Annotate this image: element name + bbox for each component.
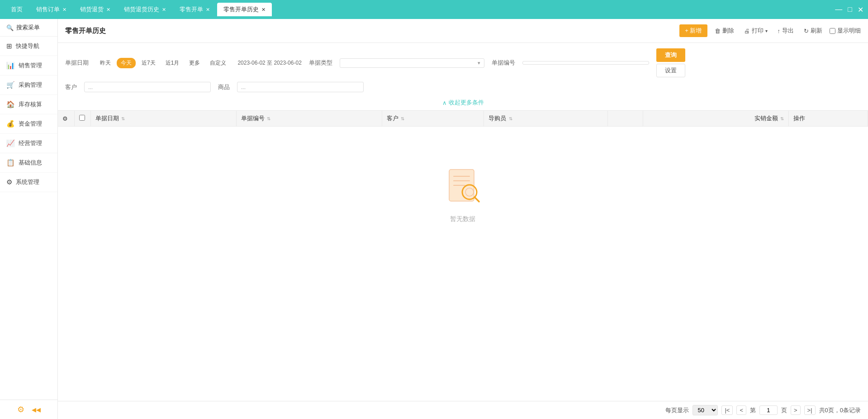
new-button[interactable]: + 新增 <box>679 24 707 37</box>
th-date[interactable]: 单据日期 ⇅ <box>90 111 236 127</box>
prev-page-btn[interactable]: < <box>736 405 746 415</box>
th-action: 操作 <box>789 111 868 127</box>
print-button[interactable]: 🖨 打印 ▾ <box>741 25 770 36</box>
th-customer[interactable]: 客户 ⇅ <box>382 111 484 127</box>
date-btn-more[interactable]: 更多 <box>185 58 204 68</box>
show-detail-toggle[interactable]: 显示明细 <box>830 27 861 35</box>
delete-icon: 🗑 <box>715 28 721 34</box>
inventory-icon: 🏠 <box>6 100 15 108</box>
last-page-btn[interactable]: >| <box>804 405 816 415</box>
sidebar-item-sales-mgmt-label: 销售管理 <box>19 61 42 70</box>
date-btn-yesterday[interactable]: 昨天 <box>96 58 115 68</box>
th-amount[interactable]: 实销金额 ⇅ <box>643 111 789 127</box>
sidebar-item-sales-mgmt[interactable]: 📊 销售管理 <box>0 56 57 75</box>
doc-type-arrow-icon: ▾ <box>478 60 480 66</box>
tab-retail-open-history-close[interactable]: ✕ <box>261 7 266 13</box>
tab-sales-return[interactable]: 销货退货 ✕ <box>74 3 117 16</box>
th-action-label: 操作 <box>793 115 805 122</box>
sidebar-item-operations[interactable]: 📈 经营管理 <box>0 134 57 153</box>
refresh-button[interactable]: ↻ 刷新 <box>801 25 825 36</box>
th-amount-label: 实销金额 <box>754 115 778 122</box>
delete-button[interactable]: 🗑 删除 <box>712 25 737 36</box>
tab-sales-order[interactable]: 销售订单 ✕ <box>30 3 73 16</box>
doc-no-input[interactable] <box>522 61 649 65</box>
th-settings[interactable]: ⚙ <box>58 111 74 127</box>
th-guide[interactable]: 导购员 ⇅ <box>484 111 608 127</box>
sidebar-item-base-info[interactable]: 📋 基础信息 <box>0 153 57 173</box>
delete-label: 删除 <box>722 27 734 35</box>
first-page-btn[interactable]: |< <box>721 405 733 415</box>
sidebar: 🔍 搜索采单 ⊞ 快捷导航 📊 销售管理 🛒 采购管理 🏠 库存核算 💰 <box>0 19 58 419</box>
bottom-collapse-icon[interactable]: ◀◀ <box>32 406 41 413</box>
date-btn-today[interactable]: 今天 <box>117 58 136 68</box>
th-guide-label: 导购员 <box>489 115 506 122</box>
th-checkbox[interactable] <box>74 111 90 127</box>
print-arrow-icon: ▾ <box>765 28 768 33</box>
export-button[interactable]: ↑ 导出 <box>775 25 797 36</box>
sidebar-item-finance[interactable]: 💰 资金管理 <box>0 114 57 134</box>
tab-sales-order-label: 销售订单 <box>36 5 60 14</box>
customer-label: 客户 <box>65 83 77 91</box>
doc-type-select[interactable]: ▾ <box>340 58 484 68</box>
th-customer-label: 客户 <box>387 115 398 122</box>
table-header-row: ⚙ 单据日期 ⇅ 单据编号 ⇅ <box>58 111 868 127</box>
customer-input[interactable]: ... <box>84 82 211 92</box>
sidebar-item-inventory[interactable]: 🏠 库存核算 <box>0 95 57 114</box>
filter-setting-button[interactable]: 设置 <box>656 64 685 77</box>
guide-sort-icon: ⇅ <box>509 116 512 121</box>
close-btn[interactable]: ✕ <box>858 5 863 14</box>
svg-line-6 <box>474 197 479 202</box>
date-sort-icon: ⇅ <box>121 116 125 121</box>
sidebar-item-base-info-label: 基础信息 <box>19 159 42 167</box>
export-label: 导出 <box>782 27 794 35</box>
finance-icon: 💰 <box>6 120 15 128</box>
tab-sales-order-close[interactable]: ✕ <box>62 7 66 13</box>
tab-retail-open-close[interactable]: ✕ <box>206 7 210 13</box>
maximize-btn[interactable]: □ <box>848 5 852 14</box>
empty-icon <box>440 163 485 208</box>
pagination: 每页显示 50 10 20 100 |< < 第 页 > >| 共0页，0条记录 <box>58 401 868 419</box>
minimize-btn[interactable]: — <box>835 5 842 14</box>
table-header: ⚙ 单据日期 ⇅ 单据编号 ⇅ <box>58 111 868 127</box>
settings-gear-icon[interactable]: ⚙ <box>62 115 68 122</box>
select-all-checkbox[interactable] <box>79 115 85 121</box>
refresh-label: 刷新 <box>811 27 822 35</box>
query-button[interactable]: 查询 <box>656 48 685 62</box>
th-doc-no-label: 单据编号 <box>241 115 265 122</box>
date-filter-label: 单据日期 <box>65 59 89 67</box>
th-doc-no[interactable]: 单据编号 ⇅ <box>236 111 382 127</box>
sidebar-search[interactable]: 🔍 搜索采单 <box>0 19 57 37</box>
show-detail-label: 显示明细 <box>837 27 861 35</box>
tab-sales-return-history-close[interactable]: ✕ <box>162 7 166 13</box>
base-info-icon: 📋 <box>6 159 15 167</box>
bottom-settings-icon[interactable]: ⚙ <box>17 405 24 414</box>
show-detail-checkbox[interactable] <box>830 28 835 34</box>
sidebar-item-purchase-mgmt[interactable]: 🛒 采购管理 <box>0 75 57 95</box>
sidebar-item-quick-nav[interactable]: ⊞ 快捷导航 <box>0 37 57 56</box>
collapse-label: 收起更多条件 <box>449 99 484 107</box>
tab-home[interactable]: 首页 <box>5 3 29 16</box>
tab-sales-return-history[interactable]: 销货退货历史 ✕ <box>118 3 172 16</box>
date-btn-custom[interactable]: 自定义 <box>206 58 230 68</box>
print-icon: 🖨 <box>744 28 750 34</box>
date-btn-last7[interactable]: 近7天 <box>138 58 160 68</box>
sales-mgmt-icon: 📊 <box>6 61 15 70</box>
th-date-label: 单据日期 <box>95 115 119 122</box>
page-input[interactable] <box>759 405 778 415</box>
refresh-icon: ↻ <box>804 28 809 34</box>
goods-input[interactable]: ... <box>237 82 364 92</box>
page-label-post: 页 <box>781 406 787 414</box>
tab-sales-return-close[interactable]: ✕ <box>106 7 110 13</box>
date-filter-buttons: 昨天 今天 近7天 近1月 更多 自定义 <box>96 58 230 68</box>
tab-retail-open-history[interactable]: 零售开单历史 ✕ <box>217 3 272 16</box>
collapse-button[interactable]: ∧ 收起更多条件 <box>442 97 484 110</box>
tab-retail-open[interactable]: 零售开单 ✕ <box>173 3 216 16</box>
sidebar-item-system[interactable]: ⚙ 系统管理 <box>0 173 57 192</box>
customer-input-dots: ... <box>88 84 93 90</box>
per-page-label: 每页显示 <box>665 406 689 414</box>
date-btn-last-month[interactable]: 近1月 <box>161 58 184 68</box>
content-area: 零售开单历史 + 新增 🗑 删除 🖨 打印 ▾ ↑ 导出 ↻ <box>58 19 868 419</box>
per-page-select[interactable]: 50 10 20 100 <box>693 405 718 415</box>
doc-type-label: 单据类型 <box>309 59 332 67</box>
next-page-btn[interactable]: > <box>791 405 801 415</box>
